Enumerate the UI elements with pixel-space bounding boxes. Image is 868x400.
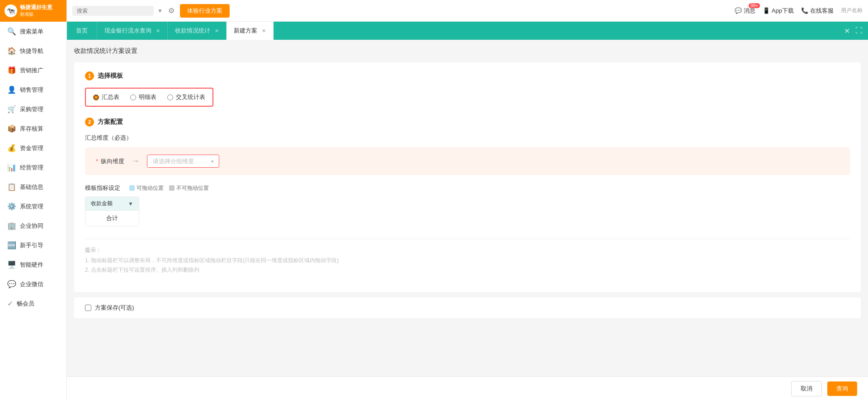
tab-new-plan-close-icon[interactable]: ✕ xyxy=(262,28,266,34)
search-input[interactable] xyxy=(72,6,154,16)
metrics-table-row: 合计 xyxy=(85,211,139,226)
save-checkbox[interactable] xyxy=(85,305,91,311)
hardware-icon: 🖥️ xyxy=(7,260,16,269)
sidebar-item-enterprise[interactable]: 🏢 企业协同 xyxy=(0,216,66,235)
app-icon: 📱 xyxy=(763,7,770,14)
main-area: ▼ ⚙ 体验行业方案 💬 消息 99+ 📱 App下载 📞 在线客服 用户名称 … xyxy=(67,0,868,400)
user-name[interactable]: 用户名称 xyxy=(841,7,863,14)
sidebar-item-system[interactable]: ⚙️ 系统管理 xyxy=(0,197,66,216)
page-title: 收款情况统计方案设置 xyxy=(74,47,861,55)
member-icon: ✓ xyxy=(7,299,13,308)
fixed-dot xyxy=(169,185,175,191)
tab-receipt-stat[interactable]: 收款情况统计 ✕ xyxy=(168,22,226,40)
template-options: 汇总表 明细表 交叉统计表 xyxy=(85,88,213,107)
message-icon: 💬 xyxy=(735,7,742,14)
operations-icon: 📊 xyxy=(7,163,16,172)
content-area: 收款情况统计方案设置 1 选择模板 汇总表 明细表 交叉统计表 xyxy=(67,40,868,376)
tab-expand-icon[interactable]: ⛶ xyxy=(855,27,863,35)
query-button[interactable]: 查询 xyxy=(827,381,857,396)
enterprise-icon: 🏢 xyxy=(7,221,16,230)
dropdown-arrow-icon[interactable]: ▼ xyxy=(157,8,163,14)
sidebar-item-inventory[interactable]: 📦 库存核算 xyxy=(0,119,66,138)
tab-bank-flow[interactable]: 现金银行流水查询 ✕ xyxy=(97,22,168,40)
tips-item-1: 1. 拖动标题栏可以调整布局，不可跨维度或指标区域拖动栏目字段(只能在同一维度或… xyxy=(85,257,850,264)
tab-home[interactable]: 首页 xyxy=(67,22,97,40)
dimension-select[interactable]: 请选择分组维度 xyxy=(147,155,219,168)
logo-text: 畅捷通好生意 标准版 xyxy=(20,4,52,18)
tips-title: 提示： xyxy=(85,246,850,254)
draggable-dot xyxy=(129,185,135,191)
message-badge[interactable]: 💬 消息 99+ xyxy=(735,7,755,15)
basic-info-icon: 📋 xyxy=(7,183,16,191)
quick-nav-icon: 🏠 xyxy=(7,47,16,55)
legend-fixed: 不可拖动位置 xyxy=(169,184,209,192)
sidebar-logo: 🐄 畅捷通好生意 标准版 xyxy=(0,0,66,22)
sidebar-item-basic-info[interactable]: 📋 基础信息 xyxy=(0,177,66,197)
tab-receipt-stat-close-icon[interactable]: ✕ xyxy=(215,28,219,34)
dimension-config: 汇总维度（必选） * 纵向维度 → 请选择分组维度 xyxy=(85,134,850,274)
topbar-right: 💬 消息 99+ 📱 App下载 📞 在线客服 用户名称 xyxy=(735,7,863,15)
footer: 取消 查询 xyxy=(67,376,868,400)
step2-header: 2 方案配置 xyxy=(85,118,850,127)
metrics-label-row: 模板指标设定 可拖动位置 不可拖动位置 xyxy=(85,184,850,192)
sales-icon: 👤 xyxy=(7,85,16,94)
sidebar-item-hardware[interactable]: 🖥️ 智能硬件 xyxy=(0,255,66,274)
inventory-icon: 📦 xyxy=(7,124,16,133)
online-service-link[interactable]: 📞 在线客服 xyxy=(801,7,834,15)
tips-section: 提示： 1. 拖动标题栏可以调整布局，不可跨维度或指标区域拖动栏目字段(只能在同… xyxy=(85,239,850,274)
cancel-button[interactable]: 取消 xyxy=(791,381,822,396)
tips-item-2: 2. 点击标题栏下拉可设置排序、插入列和删除列 xyxy=(85,266,850,274)
template-summary-option[interactable]: 汇总表 xyxy=(93,93,119,101)
metrics-table-header: 收款金额 ▼ xyxy=(85,197,139,211)
template-detail-option[interactable]: 明细表 xyxy=(130,93,156,101)
step2-label: 方案配置 xyxy=(98,118,123,126)
template-detail-label: 明细表 xyxy=(139,93,156,101)
tab-close-all-icon[interactable]: ✕ xyxy=(844,27,850,35)
sidebar-item-sales[interactable]: 👤 销售管理 xyxy=(0,80,66,99)
finance-icon: 💰 xyxy=(7,144,16,152)
sidebar-item-purchase[interactable]: 🛒 采购管理 xyxy=(0,99,66,119)
service-icon: 📞 xyxy=(801,7,808,14)
sidebar-item-guide[interactable]: 🆕 新手引导 xyxy=(0,235,66,255)
settings-card: 1 选择模板 汇总表 明细表 交叉统计表 2 xyxy=(74,62,861,292)
dimension-section-title: 汇总维度（必选） xyxy=(85,134,850,142)
save-label: 方案保存(可选) xyxy=(95,304,134,312)
wechat-icon: 💬 xyxy=(7,280,16,288)
metrics-header-dropdown-icon[interactable]: ▼ xyxy=(128,201,133,207)
tab-bank-flow-close-icon[interactable]: ✕ xyxy=(156,28,160,34)
sidebar-item-search-menu[interactable]: 🔍 搜索菜单 xyxy=(0,22,66,41)
sidebar-item-wechat[interactable]: 💬 企业微信 xyxy=(0,274,66,294)
search-menu-icon: 🔍 xyxy=(7,27,16,36)
template-cross-label: 交叉统计表 xyxy=(176,93,205,101)
sidebar-item-operations[interactable]: 📊 经营管理 xyxy=(0,158,66,177)
dimension-select-wrapper: 请选择分组维度 xyxy=(147,155,219,168)
template-detail-radio[interactable] xyxy=(130,94,136,100)
metrics-section-title: 模板指标设定 xyxy=(85,184,120,192)
sidebar-item-marketing[interactable]: 🎁 营销推广 xyxy=(0,61,66,80)
dimension-row: * 纵向维度 → 请选择分组维度 xyxy=(96,155,839,168)
sidebar-item-quick-nav[interactable]: 🏠 快捷导航 xyxy=(0,41,66,61)
tabbar: 首页 现金银行流水查询 ✕ 收款情况统计 ✕ 新建方案 ✕ ✕ ⛶ xyxy=(67,22,868,40)
logo-icon: 🐄 xyxy=(5,5,17,17)
template-cross-radio[interactable] xyxy=(167,94,173,100)
settings-gear-icon[interactable]: ⚙ xyxy=(168,6,175,15)
industry-solution-button[interactable]: 体验行业方案 xyxy=(180,4,230,18)
system-icon: ⚙️ xyxy=(7,202,16,211)
dimension-arrow-icon: → xyxy=(132,156,140,166)
template-cross-option[interactable]: 交叉统计表 xyxy=(167,93,205,101)
metrics-container: 收款金额 ▼ 合计 xyxy=(85,197,850,228)
step1-number: 1 xyxy=(85,71,94,80)
template-summary-radio[interactable] xyxy=(93,94,99,100)
save-option-area: 方案保存(可选) xyxy=(74,297,861,318)
sidebar-item-finance[interactable]: 💰 资金管理 xyxy=(0,138,66,158)
metrics-config: 模板指标设定 可拖动位置 不可拖动位置 收款金额 xyxy=(85,184,850,228)
guide-icon: 🆕 xyxy=(7,241,16,249)
sidebar-item-member[interactable]: ✓ 畅会员 xyxy=(0,294,66,313)
legend-draggable: 可拖动位置 xyxy=(129,184,164,192)
sidebar: 🐄 畅捷通好生意 标准版 🔍 搜索菜单 🏠 快捷导航 🎁 营销推广 👤 销售管理… xyxy=(0,0,67,400)
app-download-link[interactable]: 📱 App下载 xyxy=(763,7,794,15)
purchase-icon: 🛒 xyxy=(7,105,16,113)
step1-header: 1 选择模板 xyxy=(85,71,850,80)
step1-label: 选择模板 xyxy=(98,72,123,80)
tab-new-plan[interactable]: 新建方案 ✕ xyxy=(226,22,274,40)
